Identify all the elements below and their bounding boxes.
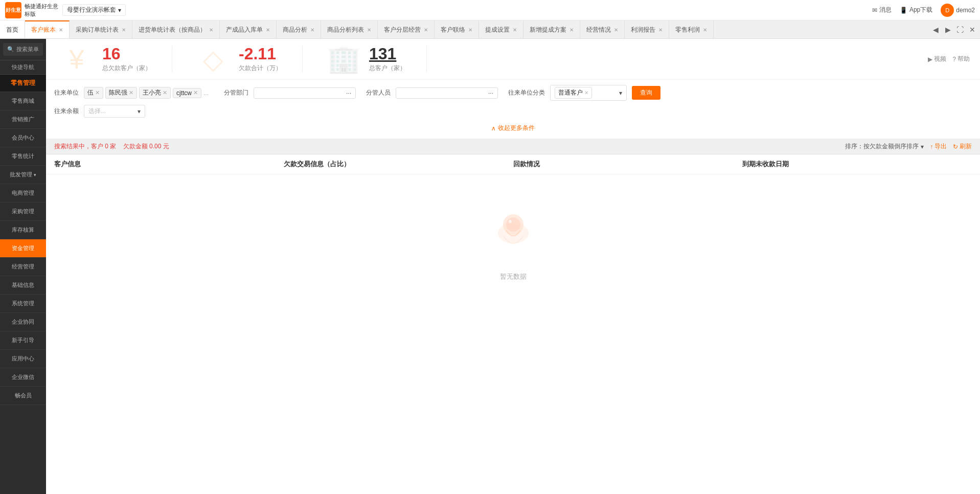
sidebar-item-newbie-guide[interactable]: 新手引导 [0, 331, 46, 350]
tab-close-icon[interactable]: ✕ [569, 27, 574, 33]
play-icon: ▶ [928, 56, 932, 63]
tab-close-icon[interactable]: ✕ [59, 27, 63, 33]
sidebar-item-retail-stats[interactable]: 零售统计 [0, 147, 46, 166]
search-menu-btn[interactable]: 🔍 搜索菜单 [3, 43, 43, 56]
svg-point-2 [506, 217, 520, 232]
filter-row-2: 往来余额 选择... ▾ [54, 105, 972, 118]
result-bar: 搜索结果中，客户 0 家 欠款金额 0.00 元 排序：按欠款金额倒序排序 ▾ … [46, 139, 980, 154]
workspace-selector[interactable]: 母婴行业演示帐套 ▾ [62, 4, 126, 16]
tab-product-analysis-list[interactable]: 商品分析列表 ✕ [321, 20, 378, 38]
sidebar-item-basic-info[interactable]: 基础信息 [0, 276, 46, 295]
tab-add-commission[interactable]: 新增提成方案 ✕ [523, 20, 580, 38]
tab-profit-report[interactable]: 利润报告 ✕ [625, 20, 669, 38]
tab-close-icon[interactable]: ✕ [468, 27, 472, 33]
dept-select[interactable]: ··· [254, 87, 356, 99]
stat-icon-total-customers: 🏢 [323, 43, 364, 75]
sidebar-item-purchasing[interactable]: 采购管理 [0, 203, 46, 221]
tab-close-icon[interactable]: ✕ [513, 27, 517, 33]
tab-close-icon[interactable]: ✕ [703, 27, 707, 33]
sidebar-item-finance[interactable]: 资金管理 [0, 239, 46, 258]
company-tag-wu: 伍 ✕ [84, 87, 103, 99]
category-select-arrow: ▾ [619, 89, 622, 97]
search-icon: 🔍 [7, 46, 14, 53]
query-button[interactable]: 查询 [632, 86, 660, 100]
tab-inbound-stats[interactable]: 进货单统计表（按商品） ✕ [132, 20, 220, 38]
export-btn[interactable]: ↑ 导出 [930, 142, 947, 151]
sidebar-search-area: 🔍 搜索菜单 [0, 39, 46, 60]
sidebar-item-inventory[interactable]: 库存核算 [0, 221, 46, 239]
sidebar-item-operations[interactable]: 经营管理 [0, 258, 46, 276]
video-help-btn[interactable]: ▶ 视频 [928, 55, 946, 63]
collapse-filters-btn[interactable]: ∧ 收起更多条件 [491, 124, 535, 132]
sort-selector[interactable]: 排序：按欠款金额倒序排序 ▾ [845, 142, 924, 151]
tag-close-chen[interactable]: ✕ [129, 89, 133, 96]
sidebar-item-retail-management[interactable]: 零售管理 [0, 75, 46, 92]
tab-close-icon[interactable]: ✕ [266, 27, 270, 33]
tag-close-cjttcw[interactable]: ✕ [193, 89, 198, 96]
tag-close-wang[interactable]: ✕ [163, 89, 167, 96]
tab-production-inbound[interactable]: 产成品入库单 ✕ [220, 20, 277, 38]
sidebar-item-retail-mall[interactable]: 零售商城 [0, 92, 46, 110]
chevron-down-icon: ▾ [34, 172, 36, 177]
header-left: 好生意 畅捷通好生意 标版 母婴行业演示帐套 ▾ [5, 2, 126, 18]
tab-commission-settings[interactable]: 提成设置 ✕ [479, 20, 523, 38]
manager-select-more-icon: ··· [488, 89, 493, 97]
tab-customer-ledger[interactable]: 客户账本 ✕ [25, 20, 70, 38]
sidebar-item-wholesale[interactable]: 批发管理▾ [0, 166, 46, 184]
col-repayment: 回款情况 [513, 160, 743, 169]
tab-customer-layer[interactable]: 客户分层经营 ✕ [378, 20, 435, 38]
tab-close-icon[interactable]: ✕ [614, 27, 618, 33]
main-layout: 🔍 搜索菜单 快捷导航 零售管理 零售商城 营销推广 会员中心 零售统计 批发管… [0, 39, 980, 494]
tab-close-icon[interactable]: ✕ [310, 27, 314, 33]
surplus-select[interactable]: 选择... ▾ [84, 105, 145, 118]
tab-fullscreen-btn[interactable]: ⛶ [954, 24, 966, 35]
manager-select[interactable]: ··· [396, 87, 498, 99]
diamond-watermark-icon: ◇ [203, 44, 223, 75]
tab-close-all-btn[interactable]: ✕ [967, 24, 978, 35]
tab-customer-contact[interactable]: 客户联络 ✕ [435, 20, 479, 38]
refresh-btn[interactable]: ↻ 刷新 [953, 142, 972, 151]
nav-tabs-bar: 首页 客户账本 ✕ 采购订单统计表 ✕ 进货单统计表（按商品） ✕ 产成品入库单… [0, 20, 980, 39]
col-customer-info: 客户信息 [54, 160, 284, 169]
tab-close-icon[interactable]: ✕ [209, 27, 213, 33]
sidebar-quick-nav[interactable]: 快捷导航 [0, 60, 46, 75]
empty-icon [488, 205, 539, 266]
tab-close-icon[interactable]: ✕ [424, 27, 428, 33]
sidebar-item-chang-member[interactable]: 畅会员 [0, 387, 46, 405]
sidebar-item-system[interactable]: 系统管理 [0, 295, 46, 313]
messages-btn[interactable]: ✉ 消息 [872, 6, 892, 14]
category-tag-close[interactable]: ✕ [584, 90, 588, 96]
table-body: 暂无数据 [46, 174, 980, 312]
sidebar-item-member-center[interactable]: 会员中心 [0, 129, 46, 147]
download-icon: 📱 [900, 7, 907, 14]
stat-total-customers: 131 总客户（家） [364, 46, 427, 73]
tab-close-icon[interactable]: ✕ [658, 27, 663, 33]
help-btn[interactable]: ? 帮助 [952, 55, 970, 63]
filter-tags-more[interactable]: ... [203, 89, 209, 97]
sort-arrow-icon: ▾ [921, 143, 924, 150]
sidebar-item-enterprise-collab[interactable]: 企业协同 [0, 313, 46, 331]
data-table: 客户信息 欠款交易信息（占比） 回款情况 到期未收款日期 暂无数据 [46, 154, 980, 494]
sidebar-item-enterprise-wechat[interactable]: 企业微信 [0, 368, 46, 387]
filter-row-1: 往来单位 伍 ✕ 陈民强 ✕ 王小亮 ✕ cjttcw [54, 85, 972, 101]
header-right: ✉ 消息 📱 App下载 D demo2 [872, 4, 975, 17]
tab-retail-profit[interactable]: 零售利润 ✕ [669, 20, 714, 38]
sidebar-item-marketing[interactable]: 营销推广 [0, 110, 46, 129]
tab-home[interactable]: 首页 [0, 20, 25, 38]
category-select[interactable]: 普通客户 ✕ ▾ [550, 85, 627, 101]
tag-close-wu[interactable]: ✕ [95, 89, 100, 96]
sidebar-item-ecommerce[interactable]: 电商管理 [0, 184, 46, 203]
tab-prev-btn[interactable]: ◀ [930, 24, 941, 35]
message-icon: ✉ [872, 7, 877, 14]
tab-close-icon[interactable]: ✕ [367, 27, 371, 33]
tab-product-analysis[interactable]: 商品分析 ✕ [277, 20, 321, 38]
user-profile[interactable]: D demo2 [941, 4, 975, 17]
app-download-btn[interactable]: 📱 App下载 [900, 6, 932, 14]
top-header: 好生意 畅捷通好生意 标版 母婴行业演示帐套 ▾ ✉ 消息 📱 App下载 D … [0, 0, 980, 20]
tab-close-icon[interactable]: ✕ [122, 27, 126, 33]
tab-purchase-order-stats[interactable]: 采购订单统计表 ✕ [70, 20, 132, 38]
sidebar-item-app-center[interactable]: 应用中心 [0, 350, 46, 368]
chevron-down-icon: ▾ [118, 7, 121, 14]
tab-business-status[interactable]: 经营情况 ✕ [580, 20, 625, 38]
tab-next-btn[interactable]: ▶ [942, 24, 953, 35]
